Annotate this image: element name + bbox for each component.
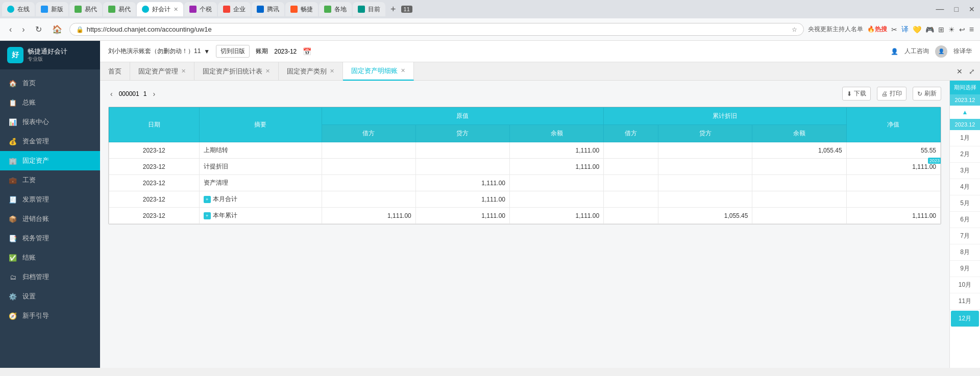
brightness-icon[interactable]: ☀ [948, 26, 955, 34]
period-month-12[interactable]: 12月 [951, 311, 979, 327]
period-month-8[interactable]: 8月 [950, 244, 980, 261]
prev-record-button[interactable]: ‹ [108, 89, 115, 99]
cell-orig-credit [415, 142, 509, 159]
close-tab-icon[interactable]: ✕ [401, 67, 405, 74]
translate-icon[interactable]: 译 [901, 25, 909, 34]
sidebar-item-label: 设置 [22, 292, 36, 301]
calendar-icon[interactable]: 📅 [303, 47, 311, 56]
period-month-7[interactable]: 7月 [950, 228, 980, 244]
sidebar-item-payroll[interactable]: 💼 工资 [0, 170, 100, 190]
period-year-selected[interactable]: 2023.12 [950, 94, 980, 106]
cell-orig-balance: 1,111.00 [509, 159, 603, 175]
sidebar-item-label: 税务管理 [22, 234, 49, 243]
sidebar-item-guide[interactable]: 🧭 新手引导 [0, 306, 100, 325]
browser-tab-tencent[interactable]: 腾讯 [252, 2, 284, 16]
sidebar-item-fixed-assets[interactable]: 🏢 固定资产 [0, 151, 100, 170]
period-month-10[interactable]: 10月 [950, 277, 980, 293]
period-month-2[interactable]: 2月 [950, 146, 980, 163]
tab-fixed-asset-mgmt[interactable]: 固定资产管理 ✕ [130, 62, 194, 81]
bookmark-icon[interactable]: ☆ [792, 26, 797, 33]
new-tab-button[interactable]: + [386, 2, 400, 17]
sidebar-item-invoices[interactable]: 🧾 发票管理 [0, 190, 100, 209]
tab-depreciation-stats[interactable]: 固定资产折旧统计表 ✕ [194, 62, 279, 81]
period-month-3[interactable]: 3月 [950, 163, 980, 179]
period-header[interactable]: 期间选择 [950, 81, 980, 94]
sub-acc-credit: 贷方 [658, 125, 752, 142]
browser-tab-yidai1[interactable]: 易代 [69, 2, 102, 16]
logo-text: 畅捷通好会计 [28, 47, 67, 56]
cell-acc-debit [604, 191, 658, 208]
back-button[interactable]: ‹ [6, 23, 15, 36]
browser-tab-haokuaiji[interactable]: 好会计 ✕ [137, 2, 183, 16]
sidebar-item-archive[interactable]: 🗂 归档管理 [0, 267, 100, 287]
funds-icon: 💰 [8, 137, 17, 146]
company-selector[interactable]: 刘小艳演示账套（勿删勿动！）11 ▼ [108, 47, 210, 56]
period-month-5[interactable]: 5月 [950, 195, 980, 212]
print-button[interactable]: 🖨 打印 [877, 87, 906, 101]
menu-icon[interactable]: ≡ [969, 25, 974, 34]
period-month-1[interactable]: 1月 [950, 130, 980, 146]
cell-summary: + 本年累计 [199, 208, 322, 224]
sidebar-item-funds[interactable]: 💰 资金管理 [0, 132, 100, 151]
url-bar[interactable]: 🔒 https://cloud.chanjet.com/accounting/u… [69, 23, 804, 36]
maximize-button[interactable]: □ [951, 4, 962, 14]
browser-tab-muqian[interactable]: 目前 [353, 2, 385, 16]
browser-tab-yidai2[interactable]: 易代 [103, 2, 136, 16]
close-tab-icon[interactable]: ✕ [265, 68, 270, 74]
minimize-button[interactable]: — [933, 4, 947, 15]
sidebar-item-ledger[interactable]: 📋 总账 [0, 93, 100, 112]
home-button[interactable]: 🏠 [49, 22, 65, 36]
close-panel-button[interactable]: ✕ [955, 66, 964, 77]
sidebar-item-reports[interactable]: 📊 报表中心 [0, 112, 100, 132]
tab-actions: ✕ ⤢ [955, 66, 980, 77]
expand-button[interactable]: ⤢ [968, 66, 976, 77]
tab-home[interactable]: 首页 [100, 62, 130, 81]
browser-tab-geshui[interactable]: 个税 [184, 2, 217, 16]
scissors-icon[interactable]: ✂ [891, 26, 897, 34]
tab-asset-category[interactable]: 固定资产类别 ✕ [279, 62, 343, 81]
refresh-button[interactable]: ↻ 刷新 [913, 87, 941, 101]
close-tab-icon[interactable]: ✕ [330, 68, 334, 74]
sidebar-item-tax[interactable]: 📑 税务管理 [0, 229, 100, 248]
cell-summary: 资产清理 [199, 175, 322, 191]
reload-button[interactable]: ↻ [32, 22, 45, 36]
undo-icon[interactable]: ↩ [959, 26, 965, 34]
cell-orig-balance: 1,111.00 [509, 142, 603, 159]
browser-tab-online[interactable]: 在线 [2, 2, 35, 16]
close-tab-icon[interactable]: ✕ [174, 6, 178, 13]
scroll-up-button[interactable]: ▲ [950, 106, 980, 119]
record-number: 000001 [119, 90, 139, 97]
apps-icon[interactable]: ⊞ [938, 26, 944, 34]
cell-acc-debit [604, 159, 658, 175]
row-icon: + [204, 196, 211, 203]
close-window-button[interactable]: ✕ [966, 4, 978, 14]
download-button[interactable]: ⬇ 下载 [842, 87, 871, 101]
period-month-11[interactable]: 11月 [950, 293, 980, 310]
switch-version-button[interactable]: 切到旧版 [216, 45, 250, 58]
sidebar-item-settlement[interactable]: ✅ 结账 [0, 248, 100, 267]
period-year-highlight[interactable]: 2023.12 [950, 119, 980, 130]
close-tab-icon[interactable]: ✕ [181, 68, 186, 74]
sub-orig-debit: 借方 [322, 125, 415, 142]
browser-tab-changjie[interactable]: 畅捷 [285, 2, 318, 16]
period-month-6[interactable]: 6月 [950, 212, 980, 228]
browser-tab-new[interactable]: 新版 [36, 2, 68, 16]
period-month-4[interactable]: 4月 [950, 179, 980, 195]
sidebar-item-inventory[interactable]: 📦 进销台账 [0, 209, 100, 229]
sidebar-item-settings[interactable]: ⚙️ 设置 [0, 287, 100, 306]
game-icon[interactable]: 🎮 [925, 26, 934, 34]
cell-date: 2023-12 [109, 191, 200, 208]
tab-label: 固定资产明细账 [351, 66, 398, 76]
fixed-assets-icon: 🏢 [8, 156, 17, 165]
browser-tab-gedi[interactable]: 各地 [319, 2, 352, 16]
inventory-icon: 📦 [8, 214, 17, 223]
sidebar-item-home[interactable]: 🏠 首页 [0, 73, 100, 93]
wallet-icon[interactable]: 💛 [913, 26, 921, 34]
browser-tab-qiye[interactable]: 企业 [218, 2, 251, 16]
hot-search-icon[interactable]: 🔥热搜 [867, 25, 887, 34]
forward-button[interactable]: › [19, 23, 28, 36]
next-record-button[interactable]: › [151, 89, 157, 99]
tab-asset-detail[interactable]: 固定资产明细账 ✕ [343, 62, 414, 81]
support-label[interactable]: 人工咨询 [904, 47, 929, 56]
period-month-9[interactable]: 9月 [950, 261, 980, 277]
